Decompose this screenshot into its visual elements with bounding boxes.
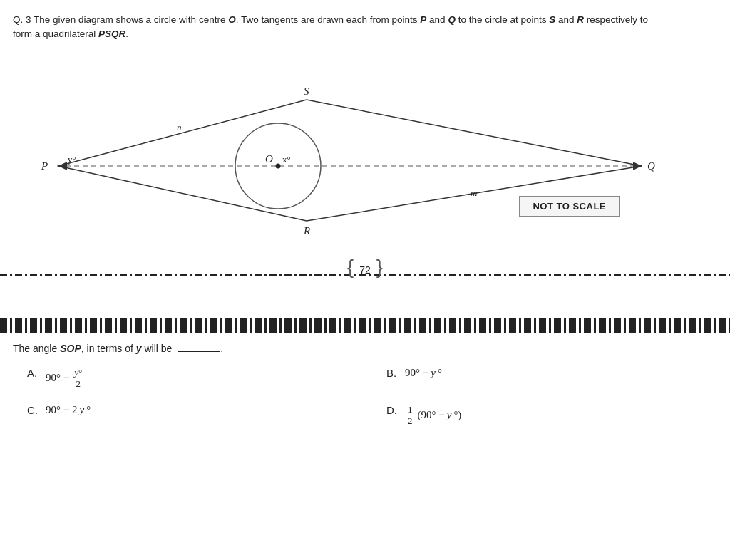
diagram-svg: S P Q R O x° y° n m xyxy=(0,46,730,253)
bracket-box: { 72 } xyxy=(347,261,383,277)
label-n: n xyxy=(177,122,182,133)
option-d-expr: 1 2 (90° − y°) xyxy=(405,404,461,427)
option-a-label: A. xyxy=(27,367,41,379)
arrow-left xyxy=(58,162,67,170)
frac-d-den: 2 xyxy=(406,415,414,427)
option-d-label: D. xyxy=(386,404,401,416)
question-number: Q. 3 xyxy=(13,14,31,25)
option-d[interactable]: D. 1 2 (90° − y°) xyxy=(386,404,703,427)
label-q: Q xyxy=(647,160,655,172)
question-body-2: form a quadrilateral PSQR. xyxy=(13,28,128,39)
label-r: R xyxy=(303,225,310,237)
answer-blank xyxy=(178,351,220,352)
diagram-area: S P Q R O x° y° n m NOT TO SCALE xyxy=(0,46,730,253)
label-s: S xyxy=(304,85,309,97)
variable-y: y xyxy=(136,343,142,354)
second-divider-dashes xyxy=(0,318,730,333)
option-c[interactable]: C. 90° − 2y° xyxy=(27,404,344,427)
page: Q. 3 The given diagram shows a circle wi… xyxy=(0,0,730,560)
option-a[interactable]: A. 90° − y° 2 xyxy=(27,367,344,390)
center-dot xyxy=(276,163,281,168)
option-b[interactable]: B. 90° − y° xyxy=(386,367,703,390)
frac-one-half: 1 2 xyxy=(406,404,414,427)
label-m: m xyxy=(471,187,477,198)
bracket-left: { xyxy=(347,257,354,277)
options-grid: A. 90° − y° 2 B. 90° − y° C. xyxy=(13,367,717,427)
label-p: P xyxy=(41,160,48,172)
frac-numerator: y° xyxy=(73,367,83,379)
label-o: O xyxy=(265,153,273,165)
label-x: x° xyxy=(282,154,291,165)
bracket-number: 72 xyxy=(354,264,376,276)
option-a-expr: 90° − y° 2 xyxy=(46,367,85,390)
not-to-scale-text: NOT TO SCALE xyxy=(533,201,606,212)
option-c-label: C. xyxy=(27,404,41,416)
bracket-right: } xyxy=(376,257,383,277)
fraction-y-2: y° 2 xyxy=(73,367,83,390)
divider-section: { 72 } xyxy=(0,256,730,307)
arrow-right xyxy=(633,162,642,170)
label-y: y° xyxy=(68,154,76,165)
answer-section: The angle SOP, in terms of y will be . A… xyxy=(0,333,730,434)
not-to-scale-box: NOT TO SCALE xyxy=(519,196,620,217)
angle-question: The angle SOP, in terms of y will be . xyxy=(13,343,717,354)
frac-d-num: 1 xyxy=(406,404,414,416)
angle-sop: SOP xyxy=(60,343,81,354)
option-b-expr: 90° − y° xyxy=(405,367,442,379)
option-b-label: B. xyxy=(386,367,401,379)
frac-denominator: 2 xyxy=(74,378,82,390)
question-body: The given diagram shows a circle with ce… xyxy=(34,14,648,25)
option-c-expr: 90° − 2y° xyxy=(46,404,91,416)
question-text: Q. 3 The given diagram shows a circle wi… xyxy=(0,0,730,46)
